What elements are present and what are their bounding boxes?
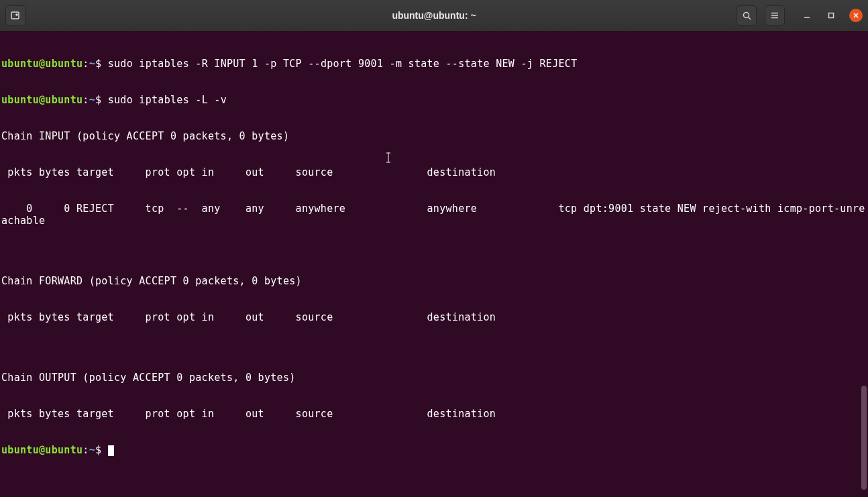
menu-button[interactable] bbox=[765, 5, 785, 25]
cursor bbox=[108, 445, 114, 456]
svg-rect-9 bbox=[829, 13, 834, 18]
prompt-path: ~ bbox=[89, 444, 95, 456]
prompt-colon: : bbox=[83, 444, 89, 456]
search-icon bbox=[742, 11, 752, 21]
terminal-output: pkts bytes target prot opt in out source… bbox=[1, 408, 867, 420]
prompt-dollar: $ bbox=[95, 58, 108, 70]
terminal-line: ubuntu@ubuntu:~$ sudo iptables -L -v bbox=[1, 94, 867, 106]
new-tab-button[interactable] bbox=[5, 5, 25, 25]
prompt-colon: : bbox=[83, 94, 89, 106]
titlebar-right bbox=[737, 5, 863, 25]
svg-line-4 bbox=[748, 17, 751, 19]
new-tab-icon bbox=[10, 10, 21, 21]
maximize-button[interactable] bbox=[825, 9, 837, 21]
titlebar: ubuntu@ubuntu: ~ bbox=[0, 0, 868, 31]
terminal-line: ubuntu@ubuntu:~$ bbox=[1, 444, 867, 456]
terminal-output: Chain FORWARD (policy ACCEPT 0 packets, … bbox=[1, 275, 867, 287]
terminal-content[interactable]: ubuntu@ubuntu:~$ sudo iptables -R INPUT … bbox=[0, 31, 868, 483]
terminal-line: ubuntu@ubuntu:~$ sudo iptables -R INPUT … bbox=[1, 58, 867, 70]
prompt-dollar: $ bbox=[95, 94, 108, 106]
prompt-dollar: $ bbox=[95, 444, 108, 456]
terminal-output: pkts bytes target prot opt in out source… bbox=[1, 166, 867, 178]
prompt-colon: : bbox=[83, 58, 89, 70]
close-icon bbox=[853, 12, 859, 19]
prompt-user: ubuntu@ubuntu bbox=[1, 444, 83, 456]
close-button[interactable] bbox=[849, 9, 863, 22]
terminal-output: Chain OUTPUT (policy ACCEPT 0 packets, 0… bbox=[1, 372, 867, 384]
terminal-output: 0 0 REJECT tcp -- any any anywhere anywh… bbox=[1, 203, 867, 227]
terminal-output: Chain INPUT (policy ACCEPT 0 packets, 0 … bbox=[1, 130, 867, 142]
terminal-output: pkts bytes target prot opt in out source… bbox=[1, 311, 867, 323]
hamburger-icon bbox=[770, 11, 779, 20]
command-text: sudo iptables -L -v bbox=[108, 94, 227, 106]
search-button[interactable] bbox=[737, 5, 757, 25]
prompt-path: ~ bbox=[89, 94, 95, 106]
maximize-icon bbox=[828, 12, 834, 19]
minimize-icon bbox=[804, 12, 810, 19]
prompt-path: ~ bbox=[89, 58, 95, 70]
svg-point-3 bbox=[743, 12, 749, 17]
prompt-user: ubuntu@ubuntu bbox=[1, 94, 83, 106]
scrollbar[interactable] bbox=[861, 386, 867, 490]
svg-rect-0 bbox=[11, 12, 19, 19]
minimize-button[interactable] bbox=[801, 9, 813, 21]
window-controls bbox=[801, 9, 863, 22]
window-title: ubuntu@ubuntu: ~ bbox=[392, 10, 476, 21]
prompt-user: ubuntu@ubuntu bbox=[1, 58, 83, 70]
command-text: sudo iptables -R INPUT 1 -p TCP --dport … bbox=[108, 58, 578, 70]
